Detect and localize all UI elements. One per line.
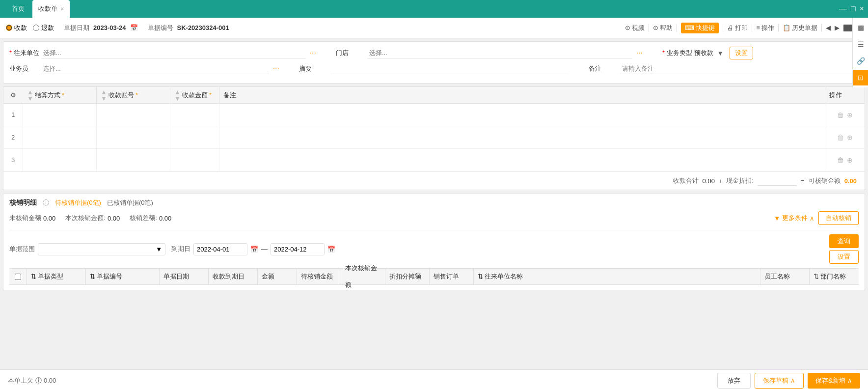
shortcut-btn[interactable]: ⌨ 快捷键 <box>681 23 719 33</box>
doc-no-value: SK-20230324-001 <box>177 24 229 31</box>
verify-tab-pending[interactable]: 待核销单据(0笔) <box>55 198 101 207</box>
sort-amount-icon: ▲▼ <box>174 89 181 102</box>
save-new-btn[interactable]: 保存&新增 ∧ <box>808 373 860 389</box>
save-draft-btn[interactable]: 保存草稿 ∧ <box>755 373 804 389</box>
row-account-2[interactable] <box>97 126 170 149</box>
due-date-label: 到期日 <box>171 245 190 253</box>
row-remark-1[interactable] <box>219 104 825 126</box>
receipt-radio-input[interactable] <box>6 25 12 31</box>
row-account-3[interactable] <box>97 149 170 171</box>
delete-icon-3[interactable]: 🗑 <box>837 149 844 171</box>
date-to-input[interactable] <box>271 243 325 255</box>
delete-icon-2[interactable]: 🗑 <box>837 126 844 149</box>
refund-radio-input[interactable] <box>33 25 39 31</box>
auto-verify-btn[interactable]: 自动核销 <box>818 211 859 225</box>
filter-buttons: 查询 设置 <box>829 234 859 264</box>
total-label: 收款合计 <box>673 176 699 185</box>
col-settings-icon[interactable]: ⚙ <box>3 91 23 99</box>
close-btn[interactable]: × <box>860 4 864 13</box>
toolbar: 收款 退款 单据日期 2023-03-24 📅 单据编号 SK-20230324… <box>0 18 868 38</box>
copy-icon-1[interactable]: ⊕ <box>847 104 853 126</box>
verify-info-icon[interactable]: ⓘ <box>43 198 49 207</box>
verify-title: 核销明细 <box>9 198 37 207</box>
counterpart-more-icon[interactable]: ··· <box>310 49 316 57</box>
row-remark-3[interactable] <box>219 149 825 171</box>
maximize-btn[interactable]: □ <box>851 4 856 13</box>
tab-receipt[interactable]: 收款单 × <box>32 0 70 18</box>
calendar-to-icon[interactable]: 📅 <box>327 246 335 253</box>
delete-icon-1[interactable]: 🗑 <box>837 104 844 126</box>
next-nav-btn[interactable]: ▶ <box>835 24 840 31</box>
dth-from: ⇅ 往来单位名称 <box>474 268 760 285</box>
receipt-type-group: 收款 退款 <box>6 24 54 32</box>
shop-more-icon[interactable]: ··· <box>636 49 643 57</box>
verify-diff: 核销差额: 0.00 <box>130 214 171 223</box>
video-btn[interactable]: ⊙ 视频 <box>625 24 645 32</box>
tab-close-icon[interactable]: × <box>60 0 64 18</box>
rp-expand-icon[interactable]: ⊡ <box>853 70 868 85</box>
current-value: 0.00 <box>108 215 120 222</box>
discount-label: 现金折扣: <box>726 176 754 185</box>
rp-link-icon[interactable]: 🔗 <box>853 53 868 69</box>
receipt-table: ⚙ ▲▼ 结算方式 * ▲▼ 收款账号 * ▲▼ 收款金额 * 备注 操作 1 <box>3 86 865 190</box>
calendar-from-icon[interactable]: 📅 <box>250 246 258 253</box>
row-settlement-2[interactable] <box>23 126 97 149</box>
sort-type-icon: ⇅ <box>31 268 36 285</box>
remark-input[interactable] <box>620 63 859 74</box>
row-account-1[interactable] <box>97 104 170 126</box>
row-settlement-3[interactable] <box>23 149 97 171</box>
print-btn[interactable]: 🖨 打印 <box>727 24 748 32</box>
tab-home[interactable]: 首页 <box>4 0 32 18</box>
counterpart-input[interactable] <box>41 48 306 58</box>
rp-table-icon[interactable]: ▦ <box>853 20 868 35</box>
select-all-checkbox[interactable] <box>15 274 21 280</box>
doc-date-calendar-icon[interactable]: 📅 <box>130 24 138 31</box>
row-amount-1[interactable] <box>170 104 219 126</box>
remark-label: 备注 <box>589 64 618 73</box>
filter-setting-btn[interactable]: 设置 <box>829 250 859 264</box>
copy-icon-2[interactable]: ⊕ <box>847 126 853 149</box>
verify-tab-done[interactable]: 已核销单据(0笔) <box>107 198 153 207</box>
more-conditions-btn[interactable]: ▼ 更多条件 ∧ <box>774 214 814 223</box>
row-amount-3[interactable] <box>170 149 219 171</box>
bottom-bar: 本单上欠 ⓘ 0.00 放弃 保存草稿 ∧ 保存&新增 ∧ <box>0 369 868 391</box>
copy-icon-3[interactable]: ⊕ <box>847 149 853 171</box>
window-controls: — □ × <box>839 4 864 13</box>
row-action-1: 🗑 ⊕ <box>825 104 865 126</box>
prev-nav-btn[interactable]: ◀ <box>826 24 831 31</box>
layout-icon-list[interactable] <box>843 25 852 31</box>
history-icon: 📋 <box>783 24 790 31</box>
history-btn[interactable]: 📋 历史单据 <box>783 24 817 32</box>
query-btn[interactable]: 查询 <box>829 234 859 248</box>
filter-range-select[interactable]: ▼ <box>38 243 165 255</box>
row-remark-2[interactable] <box>219 126 825 149</box>
form-row-2: 业务员 ··· 摘要 备注 <box>9 63 859 74</box>
dth-docno: ⇅ 单据编号 <box>86 268 160 285</box>
receipt-radio[interactable]: 收款 <box>6 24 27 32</box>
counterpart-label: 往来单位 <box>9 49 39 57</box>
counterpart-group: 往来单位 ··· <box>9 48 316 58</box>
help-btn[interactable]: ⊙ 帮助 <box>653 24 673 32</box>
salesperson-more-icon[interactable]: ··· <box>273 64 279 73</box>
biz-type-dropdown-icon[interactable]: ▼ <box>717 50 724 57</box>
row-amount-2[interactable] <box>170 126 219 149</box>
salesperson-input[interactable] <box>41 63 269 74</box>
refund-radio[interactable]: 退款 <box>33 24 54 32</box>
setting-button[interactable]: 设置 <box>730 47 753 59</box>
discount-input[interactable] <box>758 176 797 186</box>
remark-group: 备注 <box>589 63 859 74</box>
minimize-btn[interactable]: — <box>839 4 847 13</box>
tab-bar: 首页 收款单 × — □ × <box>0 0 868 18</box>
info-icon[interactable]: ⓘ <box>35 376 42 385</box>
row-settlement-1[interactable] <box>23 104 97 126</box>
date-from-input[interactable] <box>193 243 247 255</box>
divider5 <box>778 24 779 32</box>
dth-duedate: 收款到期日 <box>209 268 258 285</box>
abandon-btn[interactable]: 放弃 <box>717 373 751 389</box>
verify-right-controls: ▼ 更多条件 ∧ 自动核销 <box>774 211 859 225</box>
abstract-input[interactable] <box>330 63 569 74</box>
operation-btn[interactable]: ≡ 操作 <box>756 24 774 32</box>
rp-doc-icon[interactable]: ☰ <box>853 36 868 52</box>
row-num-1: 1 <box>3 104 23 126</box>
shop-input[interactable] <box>367 48 632 58</box>
